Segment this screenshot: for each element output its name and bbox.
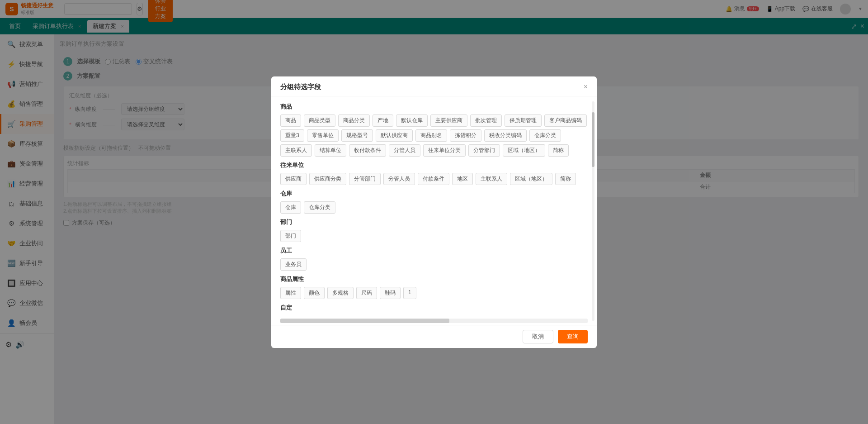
field-tag-14[interactable]: 拣货积分 [450,129,481,142]
modal-overlay: 分组待选字段 × 商品 商品 商品类型 商品分类 产地 默认仓库 主要供应商 批… [0,0,868,424]
field-tag-15[interactable]: 税收分类编码 [484,129,527,142]
field-tag-11[interactable]: 规格型号 [341,129,373,142]
modal-footer: 取消 查询 [271,325,597,348]
field-tag-16[interactable]: 仓库分类 [529,129,561,142]
modal-title: 分组待选字段 [280,83,321,91]
field-tag-5[interactable]: 主要供应商 [430,114,467,127]
field-tag-23[interactable]: 区域（地区） [503,144,545,157]
partner-tag-5[interactable]: 地区 [452,173,473,185]
cancel-button[interactable]: 取消 [523,330,553,343]
attr-tag-1[interactable]: 颜色 [304,287,325,299]
hscroll-container [271,317,597,325]
field-tag-22[interactable]: 分管部门 [468,144,500,157]
field-tags-department: 部门 [280,230,588,242]
field-tags-attr: 属性 颜色 多规格 尺码 鞋码 1 [280,287,588,299]
attr-tag-0[interactable]: 属性 [280,287,301,299]
field-tag-7[interactable]: 保质期管理 [505,114,542,127]
partner-tag-0[interactable]: 供应商 [280,173,307,185]
partner-tag-7[interactable]: 区域（地区） [510,173,552,185]
partner-tag-2[interactable]: 分管部门 [349,173,381,185]
attr-tag-4[interactable]: 鞋码 [380,287,401,299]
vscroll-thumb [592,112,594,167]
group-title-employee: 员工 [280,247,588,255]
hscroll-track [280,319,588,323]
attr-tag-3[interactable]: 尺码 [356,287,377,299]
partner-tag-4[interactable]: 付款条件 [418,173,449,185]
partner-tag-1[interactable]: 供应商分类 [309,173,346,185]
field-tag-2[interactable]: 商品分类 [338,114,370,127]
partner-tag-8[interactable]: 简称 [555,173,576,185]
emp-tag-0[interactable]: 业务员 [280,258,307,271]
warehouse-tag-1[interactable]: 仓库分类 [304,201,335,214]
partner-tag-3[interactable]: 分管人员 [383,173,415,185]
field-tag-6[interactable]: 批次管理 [470,114,502,127]
group-title-attr: 商品属性 [280,275,588,283]
field-tag-18[interactable]: 结算单位 [315,144,346,157]
field-tags-employee: 业务员 [280,258,588,271]
modal-close-icon[interactable]: × [584,83,588,91]
field-tag-12[interactable]: 默认供应商 [376,129,413,142]
field-tags-warehouse: 仓库 仓库分类 [280,201,588,214]
field-tag-19[interactable]: 收付款条件 [349,144,386,157]
field-tag-9[interactable]: 重量3 [280,129,304,142]
group-title-department: 部门 [280,218,588,226]
group-title-custom: 自定 [280,304,588,312]
field-tag-21[interactable]: 往来单位分类 [423,144,466,157]
dept-tag-0[interactable]: 部门 [280,230,301,242]
field-tag-8[interactable]: 客户商品编码 [544,114,587,127]
modal-field-selector: 分组待选字段 × 商品 商品 商品类型 商品分类 产地 默认仓库 主要供应商 批… [271,76,597,348]
field-tag-0[interactable]: 商品 [280,114,301,127]
field-tag-13[interactable]: 商品别名 [415,129,447,142]
group-title-warehouse: 仓库 [280,190,588,198]
field-tag-17[interactable]: 主联系人 [280,144,312,157]
field-tags-product: 商品 商品类型 商品分类 产地 默认仓库 主要供应商 批次管理 保质期管理 客户… [280,114,588,157]
modal-header: 分组待选字段 × [271,76,597,96]
attr-tag-2[interactable]: 多规格 [327,287,354,299]
field-tag-10[interactable]: 零售单位 [307,129,339,142]
vscroll-track [592,101,594,321]
group-title-partner: 往来单位 [280,161,588,169]
confirm-button[interactable]: 查询 [558,330,588,343]
warehouse-tag-0[interactable]: 仓库 [280,201,301,214]
field-tag-3[interactable]: 产地 [373,114,393,127]
field-tag-1[interactable]: 商品类型 [304,114,335,127]
vscroll-indicator [591,101,595,321]
hscroll-thumb [280,319,449,323]
field-tag-20[interactable]: 分管人员 [389,144,420,157]
field-tag-4[interactable]: 默认仓库 [396,114,428,127]
field-tags-partner: 供应商 供应商分类 分管部门 分管人员 付款条件 地区 主联系人 区域（地区） … [280,173,588,185]
field-tag-24[interactable]: 简称 [548,144,569,157]
group-title-product: 商品 [280,103,588,111]
partner-tag-6[interactable]: 主联系人 [476,173,507,185]
attr-tag-5[interactable]: 1 [403,287,416,299]
modal-body: 商品 商品 商品类型 商品分类 产地 默认仓库 主要供应商 批次管理 保质期管理… [271,96,597,317]
